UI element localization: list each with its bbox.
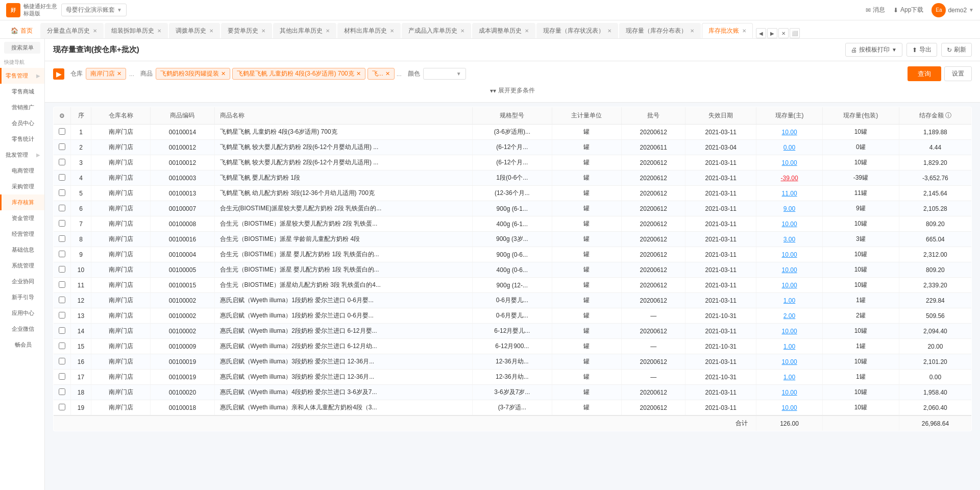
dropdown-label[interactable]: 母婴行业演示账套 ▼ xyxy=(61,4,127,16)
row-qty-main[interactable]: 1.00 xyxy=(756,293,823,308)
row-qty-main[interactable]: 9.00 xyxy=(756,201,823,216)
product-tag-1[interactable]: 飞鹤奶粉3段丙罐提装 ✕ xyxy=(156,68,230,80)
tab-kuzhuang[interactable]: 现存量（库存状况表） ✕ xyxy=(536,23,618,38)
close-icon[interactable]: ✕ xyxy=(209,28,213,34)
row-qty-main[interactable]: 10.00 xyxy=(756,155,823,170)
row-checkbox[interactable] xyxy=(54,293,71,308)
search-menu-btn[interactable]: 搜索菜单 xyxy=(4,42,40,54)
close-icon[interactable]: ✕ xyxy=(690,28,694,34)
row-qty-main[interactable]: 2.00 xyxy=(756,308,823,324)
tab-yao-huo[interactable]: 要货单历史 ✕ xyxy=(221,23,272,38)
tab-chan-pin-in[interactable]: 产成品入库单历史 ✕ xyxy=(402,23,471,38)
product-more-dots[interactable]: ... xyxy=(397,70,402,78)
row-checkbox[interactable] xyxy=(54,155,71,170)
row-checkbox[interactable] xyxy=(54,140,71,155)
sidebar-item-system[interactable]: 系统管理 xyxy=(0,258,44,274)
remove-product-tag-3[interactable]: ✕ xyxy=(385,70,390,77)
remove-warehouse-tag[interactable]: ✕ xyxy=(117,70,121,77)
sidebar-item-purchase[interactable]: 采购管理 xyxy=(0,179,44,194)
close-icon[interactable]: ✕ xyxy=(460,28,464,34)
sidebar-item-retail-mgmt[interactable]: 零售管理 ▶ xyxy=(0,68,44,84)
product-tag-3[interactable]: 飞... ✕ xyxy=(368,68,395,80)
col-settings[interactable]: ⚙ xyxy=(54,107,71,125)
close-icon[interactable]: ✕ xyxy=(525,28,529,34)
row-qty-main[interactable]: 10.00 xyxy=(756,324,823,339)
sidebar-item-app-center[interactable]: 应用中心 xyxy=(0,305,44,321)
template-print-btn[interactable]: 🖨 按模板打印 ▼ xyxy=(845,43,902,57)
row-qty-main[interactable]: 10.00 xyxy=(756,278,823,293)
close-icon[interactable]: ✕ xyxy=(326,28,330,34)
sidebar-item-inventory[interactable]: 库存核算 xyxy=(0,194,44,210)
row-checkbox[interactable] xyxy=(54,201,71,216)
remove-product-tag-2[interactable]: ✕ xyxy=(356,70,361,77)
row-checkbox[interactable] xyxy=(54,232,71,247)
filter-expand-btn[interactable]: ▶ xyxy=(53,68,64,80)
sidebar-item-finance[interactable]: 资金管理 xyxy=(0,210,44,226)
tab-qi-ta[interactable]: 其他出库单历史 ✕ xyxy=(273,23,336,38)
tab-fenbu[interactable]: 现存量（库存分布表） ✕ xyxy=(619,23,701,38)
filter-more-dots[interactable]: ... xyxy=(129,70,134,78)
row-checkbox[interactable] xyxy=(54,324,71,339)
close-icon[interactable]: ✕ xyxy=(607,28,611,34)
row-qty-main[interactable]: 10.00 xyxy=(756,354,823,370)
tab-fen-pan[interactable]: 分量盘点单历史 ✕ xyxy=(40,23,104,38)
close-icon[interactable]: ✕ xyxy=(93,28,97,34)
row-checkbox[interactable] xyxy=(54,308,71,324)
row-checkbox[interactable] xyxy=(54,216,71,232)
row-checkbox[interactable] xyxy=(54,247,71,262)
row-checkbox[interactable] xyxy=(54,400,71,416)
row-qty-main[interactable]: 3.00 xyxy=(756,232,823,247)
row-qty-main[interactable]: 10.00 xyxy=(756,385,823,400)
row-qty-main[interactable]: 10.00 xyxy=(756,262,823,278)
sidebar-item-wechat[interactable]: 企业微信 xyxy=(0,321,44,337)
color-select[interactable]: ▼ xyxy=(423,68,466,80)
row-qty-main[interactable]: 10.00 xyxy=(756,400,823,416)
sidebar-item-ecommerce[interactable]: 电商管理 xyxy=(0,163,44,179)
tab-cheng-ben[interactable]: 成本调整单历史 ✕ xyxy=(472,23,535,38)
product-tag-2[interactable]: 飞鹤星飞帆 儿童奶粉 4段(3-6岁适用) 700克 ✕ xyxy=(232,68,365,80)
refresh-btn[interactable]: ↻ 刷新 xyxy=(941,43,972,57)
close-icon[interactable]: ✕ xyxy=(742,28,746,34)
row-checkbox[interactable] xyxy=(54,125,71,140)
tab-maximize[interactable]: ⬜ xyxy=(790,28,800,38)
row-checkbox[interactable] xyxy=(54,262,71,278)
tab-zu-chai[interactable]: 组装拆卸单历史 ✕ xyxy=(105,23,168,38)
tab-close-current[interactable]: ✕ xyxy=(778,28,789,38)
remove-product-tag-1[interactable]: ✕ xyxy=(221,70,226,77)
close-icon[interactable]: ✕ xyxy=(157,28,161,34)
row-qty-main[interactable]: 1.00 xyxy=(756,339,823,354)
messages-btn[interactable]: ✉ 消息 xyxy=(866,6,885,14)
tab-cai-liao[interactable]: 材料出库单历史 ✕ xyxy=(337,23,401,38)
row-qty-main[interactable]: -39.00 xyxy=(756,170,823,186)
sidebar-item-vip[interactable]: 畅会员 xyxy=(0,337,44,353)
sidebar-item-wholesale[interactable]: 批发管理 ▶ xyxy=(0,147,44,163)
row-qty-main[interactable]: 0.00 xyxy=(756,140,823,155)
row-checkbox[interactable] xyxy=(54,370,71,385)
tab-home[interactable]: 🏠 首页 xyxy=(4,23,39,38)
tab-scroll-right[interactable]: ▶ xyxy=(767,28,777,38)
tab-active[interactable]: 库存批次账 ✕ xyxy=(702,23,753,38)
row-qty-main[interactable]: 10.00 xyxy=(756,216,823,232)
sidebar-item-marketing[interactable]: 营销推广 xyxy=(0,100,44,115)
close-icon[interactable]: ✕ xyxy=(261,28,265,34)
row-checkbox[interactable] xyxy=(54,339,71,354)
sidebar-item-company[interactable]: 企业协同 xyxy=(0,274,44,289)
tab-scroll-left[interactable]: ◀ xyxy=(756,28,766,38)
row-checkbox[interactable] xyxy=(54,354,71,370)
sidebar-item-operation[interactable]: 经营管理 xyxy=(0,226,44,242)
row-qty-main[interactable]: 10.00 xyxy=(756,247,823,262)
expand-more-btn[interactable]: ▾▾ 展开更多条件 xyxy=(53,84,972,97)
sidebar-item-retail-stats[interactable]: 零售统计 xyxy=(0,131,44,147)
sidebar-item-basic[interactable]: 基础信息 xyxy=(0,242,44,258)
row-checkbox[interactable] xyxy=(54,385,71,400)
query-btn[interactable]: 查询 xyxy=(908,66,941,81)
row-qty-main[interactable]: 11.00 xyxy=(756,186,823,201)
warehouse-tag[interactable]: 南岸门店 ✕ xyxy=(86,68,126,80)
row-qty-main[interactable]: 1.00 xyxy=(756,370,823,385)
close-icon[interactable]: ✕ xyxy=(390,28,394,34)
tab-tiao-bo[interactable]: 调拨单历史 ✕ xyxy=(169,23,220,38)
settings-btn[interactable]: 设置 xyxy=(944,66,972,81)
sidebar-item-member[interactable]: 会员中心 xyxy=(0,115,44,131)
user-menu[interactable]: Ea demo2 ▼ xyxy=(932,3,974,17)
app-download-btn[interactable]: ⬇ App下载 xyxy=(893,6,923,14)
